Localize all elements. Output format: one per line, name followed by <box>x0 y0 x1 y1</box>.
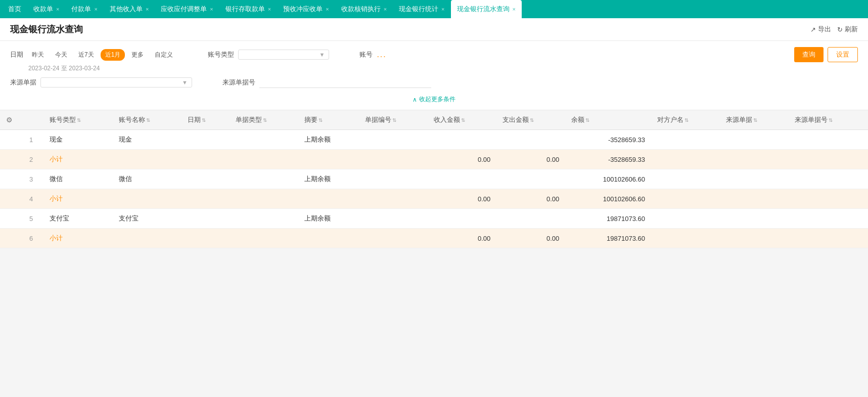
close-icon[interactable]: × <box>268 0 271 18</box>
cell-date <box>181 189 230 209</box>
sort-icon[interactable]: ⇅ <box>202 117 206 123</box>
sort-icon[interactable]: ⇅ <box>461 117 465 123</box>
table-row[interactable]: 4小计0.000.00100102606.60 <box>0 189 868 209</box>
close-icon[interactable]: × <box>326 0 329 18</box>
cell-summary <box>298 229 359 248</box>
cell-balance: 100102606.60 <box>565 169 651 189</box>
date-buttons: 昨天 今天 近7天 近1月 更多 自定义 <box>27 49 177 61</box>
sort-icon[interactable]: ⇅ <box>318 117 323 123</box>
cell-source-doc <box>720 130 789 150</box>
nav-bank-deposit[interactable]: 银行存取款单 × <box>219 0 277 18</box>
account-label: 账号 <box>359 50 373 59</box>
table-row[interactable]: 1现金现金上期余额-3528659.33 <box>0 130 868 150</box>
cell-account-type: 现金 <box>43 130 112 150</box>
date-label: 日期 <box>10 50 23 59</box>
table-row[interactable]: 3微信微信上期余额100102606.60 <box>0 169 868 189</box>
date-btn-7days[interactable]: 近7天 <box>74 49 99 61</box>
export-button[interactable]: ↗ 导出 <box>810 25 831 34</box>
collapse-bar[interactable]: ∧ 收起更多条件 <box>10 93 858 104</box>
date-btn-yesterday[interactable]: 昨天 <box>27 49 49 61</box>
close-icon[interactable]: × <box>94 0 97 18</box>
cell-counterpart <box>651 130 720 150</box>
nav-receipt[interactable]: 收款单 × <box>27 0 65 18</box>
cell-counterpart <box>651 189 720 209</box>
col-account-name: 账号名称⇅ <box>113 110 181 130</box>
close-icon[interactable]: × <box>56 0 59 18</box>
page-header: 现金银行流水查询 ↗ 导出 ↻ 刷新 <box>0 18 868 41</box>
sort-icon[interactable]: ⇅ <box>392 117 396 123</box>
nav-adjustment[interactable]: 应收应付调整单 × <box>155 0 219 18</box>
cell-doc-type <box>230 130 298 150</box>
cell-expense <box>496 130 565 150</box>
source-doc-label: 来源单据 <box>10 78 36 87</box>
date-btn-1month[interactable]: 近1月 <box>101 49 125 61</box>
date-btn-custom[interactable]: 自定义 <box>150 49 177 61</box>
cell-summary: 上期余额 <box>298 130 359 150</box>
sort-icon[interactable]: ⇅ <box>684 117 689 123</box>
refresh-button[interactable]: ↻ 刷新 <box>837 25 858 34</box>
gear-icon[interactable]: ⚙ <box>6 116 13 124</box>
date-btn-today[interactable]: 今天 <box>51 49 72 61</box>
sort-icon[interactable]: ⇅ <box>77 117 81 123</box>
cell-source-doc-no <box>789 189 868 209</box>
close-icon[interactable]: × <box>513 0 516 18</box>
nav-cash-flow[interactable]: 现金银行流水查询 × <box>451 0 522 18</box>
cell-doc-no <box>359 189 428 209</box>
source-doc-no-label: 来源单据号 <box>222 78 255 87</box>
account-dots-button[interactable]: ... <box>377 50 386 59</box>
sort-icon[interactable]: ⇅ <box>829 117 833 123</box>
cell-account-name <box>113 150 181 169</box>
cell-date <box>181 130 230 150</box>
nav-home[interactable]: 首页 <box>2 0 27 18</box>
collapse-up-icon: ∧ <box>413 96 417 103</box>
sort-icon[interactable]: ⇅ <box>585 117 589 123</box>
sort-icon[interactable]: ⇅ <box>753 117 757 123</box>
cell-account-name: 支付宝 <box>113 209 181 229</box>
sort-icon[interactable]: ⇅ <box>263 117 267 123</box>
nav-advance[interactable]: 预收冲应收单 × <box>277 0 335 18</box>
close-icon[interactable]: × <box>441 0 444 18</box>
cell-doc-no <box>359 229 428 248</box>
account-type-select[interactable]: ▼ <box>238 50 329 60</box>
page-title: 现金银行流水查询 <box>10 23 83 35</box>
source-doc-no-input[interactable] <box>259 77 431 88</box>
col-counterpart: 对方户名⇅ <box>651 110 720 130</box>
top-navigation: 首页 收款单 × 付款单 × 其他收入单 × 应收应付调整单 × 银行存取款单 … <box>0 0 868 18</box>
col-rownum <box>19 110 43 130</box>
date-btn-more[interactable]: 更多 <box>127 49 148 61</box>
table-row[interactable]: 5支付宝支付宝上期余额19871073.60 <box>0 209 868 229</box>
cell-expense: 0.00 <box>496 229 565 248</box>
nav-stats[interactable]: 现金银行统计 × <box>393 0 450 18</box>
cell-expense <box>496 209 565 229</box>
cell-rownum: 4 <box>19 189 43 209</box>
collapse-label: 收起更多条件 <box>419 95 455 104</box>
source-doc-select[interactable]: ▼ <box>40 77 192 87</box>
nav-payment[interactable]: 付款单 × <box>65 0 103 18</box>
date-filter-group: 日期 昨天 今天 近7天 近1月 更多 自定义 <box>10 49 177 61</box>
filter-row-2: 来源单据 ▼ 来源单据号 <box>10 77 858 88</box>
cell-rownum: 1 <box>19 130 43 150</box>
cell-doc-type <box>230 209 298 229</box>
cell-source-doc <box>720 229 789 248</box>
col-expense: 支出金额⇅ <box>496 110 565 130</box>
col-doc-no: 单据编号⇅ <box>359 110 428 130</box>
query-button[interactable]: 查询 <box>794 47 824 62</box>
sort-icon[interactable]: ⇅ <box>530 117 534 123</box>
table-row[interactable]: 2小计0.000.00-3528659.33 <box>0 150 868 169</box>
cell-rownum: 6 <box>19 229 43 248</box>
filter-row-1: 日期 昨天 今天 近7天 近1月 更多 自定义 账号类型 ▼ 账号 ... <box>10 47 858 62</box>
cell-settings <box>0 169 19 189</box>
cell-account-name <box>113 189 181 209</box>
close-icon[interactable]: × <box>146 0 149 18</box>
table-row[interactable]: 6小计0.000.0019871073.60 <box>0 229 868 248</box>
settings-button[interactable]: 设置 <box>828 47 858 62</box>
account-type-label: 账号类型 <box>208 50 234 59</box>
header-actions: ↗ 导出 ↻ 刷新 <box>810 25 858 34</box>
cell-account-type: 支付宝 <box>43 209 112 229</box>
close-icon[interactable]: × <box>210 0 213 18</box>
close-icon[interactable]: × <box>384 0 387 18</box>
sort-icon[interactable]: ⇅ <box>146 117 150 123</box>
nav-verify[interactable]: 收款核销执行 × <box>335 0 393 18</box>
cell-doc-type <box>230 189 298 209</box>
nav-other-income[interactable]: 其他收入单 × <box>104 0 155 18</box>
